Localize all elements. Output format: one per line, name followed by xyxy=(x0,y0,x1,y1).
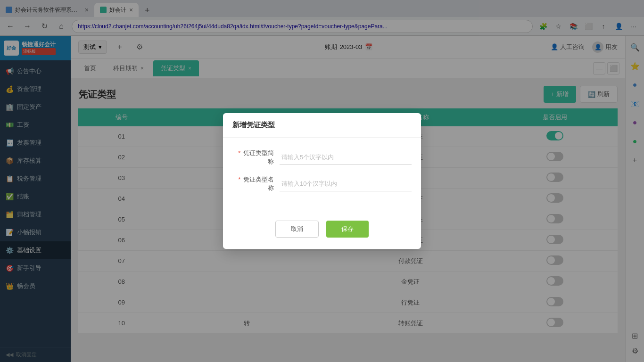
required-mark-2: * xyxy=(238,176,240,183)
short-input[interactable] xyxy=(280,150,412,165)
cancel-button[interactable]: 取消 xyxy=(275,221,319,238)
add-voucher-modal: 新增凭证类型 * 凭证类型简称 * 凭证类型名称 取消 保存 xyxy=(223,113,421,249)
modal-footer: 取消 保存 xyxy=(223,213,421,249)
modal-title: 新增凭证类型 xyxy=(232,121,275,129)
required-mark-1: * xyxy=(238,149,240,156)
modal-body: * 凭证类型简称 * 凭证类型名称 xyxy=(223,138,421,213)
name-input[interactable] xyxy=(280,176,412,191)
modal-overlay[interactable]: 新增凭证类型 * 凭证类型简称 * 凭证类型名称 取消 保存 xyxy=(0,0,644,362)
save-button[interactable]: 保存 xyxy=(326,221,369,238)
modal-header: 新增凭证类型 xyxy=(223,113,421,138)
form-label-name: * 凭证类型名称 xyxy=(232,175,280,192)
form-row-name: * 凭证类型名称 xyxy=(232,175,412,192)
form-label-short: * 凭证类型简称 xyxy=(232,149,280,166)
form-row-short: * 凭证类型简称 xyxy=(232,149,412,166)
